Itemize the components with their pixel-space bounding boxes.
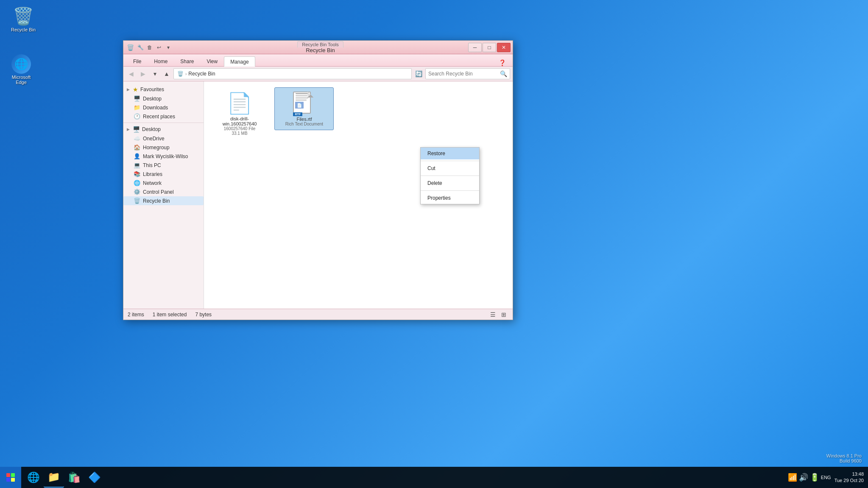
window-controls: ─ □ ✕	[468, 43, 511, 52]
taskbar-store[interactable]: 🛍️	[64, 467, 84, 488]
back-button[interactable]: ◀	[126, 69, 136, 79]
downloads-nav-icon: 📁	[134, 104, 140, 111]
disk-drill-details: 1600257640 File	[224, 126, 256, 131]
qat-properties-btn[interactable]: 🔧	[136, 43, 145, 52]
downloads-nav-label: Downloads	[143, 105, 168, 111]
qat-empty-btn[interactable]: 🗑	[145, 43, 154, 52]
favourites-star-icon: ★	[133, 86, 138, 93]
file-item-disk-drill[interactable]: 📄 disk-drill-win.1600257640 1600257640 F…	[210, 87, 269, 139]
desktop: 🗑️ Recycle Bin 🌐 Microsoft Edge 🗑️ 🔧 🗑 ↩…	[0, 0, 868, 488]
window-title: Recycle Bin	[306, 47, 335, 53]
taskbar: 🌐 📁 🛍️ 🔷 📶 🔊 🔋 ENG 13:48 Tue 29 Oct	[0, 467, 868, 488]
close-button[interactable]: ✕	[497, 43, 511, 52]
edge-desktop-label: Microsoft Edge	[6, 75, 36, 85]
search-input[interactable]	[428, 71, 500, 77]
desktop-icon-edge[interactable]: 🌐 Microsoft Edge	[6, 54, 36, 85]
file-item-files-rtf[interactable]: 📄 RTF Files.rtf Rich Text Document	[274, 87, 334, 130]
nav-item-onedrive[interactable]: ☁️ OneDrive	[123, 134, 204, 143]
details-view-button[interactable]: ☰	[488, 310, 497, 319]
search-icon[interactable]: 🔍	[500, 70, 507, 77]
nav-item-libraries[interactable]: 📚 Libraries	[123, 170, 204, 178]
disk-drill-icon: 📄	[227, 91, 252, 116]
network-label: Network	[143, 180, 162, 186]
ribbon-tabs: File Home Share View Manage ❓	[123, 54, 513, 66]
qat-dropdown-btn[interactable]: ▾	[164, 43, 173, 52]
nav-item-homegroup[interactable]: 🏠 Homegroup	[123, 143, 204, 152]
desktop-nav-label: Desktop	[143, 96, 162, 102]
explorer-window: 🗑️ 🔧 🗑 ↩ ▾ Recycle Bin Tools Recycle Bin…	[123, 40, 513, 320]
tab-file[interactable]: File	[127, 56, 148, 66]
context-menu-cut[interactable]: Cut	[421, 162, 479, 174]
address-bar: ◀ ▶ ▾ ▲ 🗑️ › Recycle Bin 🔄 🔍	[123, 67, 513, 81]
tab-share[interactable]: Share	[174, 56, 200, 66]
desktop-tree-arrow: ▶	[127, 127, 131, 131]
recycle-bin-desktop-icon: 🗑️	[13, 6, 34, 26]
taskbar-ie[interactable]: 🌐	[23, 467, 44, 488]
address-path-icon: 🗑️	[177, 71, 184, 77]
taskbar-edge[interactable]: 🔷	[84, 467, 105, 488]
desktop-tree-label: Desktop	[142, 126, 161, 132]
desktop-icon-recycle-bin[interactable]: 🗑️ Recycle Bin	[8, 6, 38, 32]
context-menu-properties[interactable]: Properties	[421, 192, 479, 204]
maximize-button[interactable]: □	[483, 43, 496, 52]
tab-home[interactable]: Home	[148, 56, 174, 66]
tab-view[interactable]: View	[200, 56, 224, 66]
onedrive-label: OneDrive	[143, 136, 165, 142]
dropdown-recent-button[interactable]: ▾	[150, 69, 160, 79]
status-items-count: 2 items	[128, 312, 144, 318]
minimize-button[interactable]: ─	[468, 43, 482, 52]
start-button[interactable]	[0, 467, 21, 488]
status-left: 2 items 1 item selected 7 bytes	[128, 312, 488, 318]
large-icons-view-button[interactable]: ⊞	[499, 310, 508, 319]
context-menu-sep-1	[421, 161, 479, 161]
help-button[interactable]: ❓	[495, 59, 509, 66]
taskbar-apps: 🌐 📁 🛍️ 🔷	[21, 467, 784, 488]
taskbar-clock[interactable]: 13:48 Tue 29 Oct 20	[835, 471, 864, 484]
forward-button[interactable]: ▶	[138, 69, 148, 79]
context-menu: Restore Cut Delete Properties	[420, 147, 480, 204]
up-button[interactable]: ▲	[162, 69, 172, 79]
quick-access-toolbar: 🔧 🗑 ↩ ▾	[136, 43, 173, 52]
store-icon: 🛍️	[68, 471, 81, 483]
disk-drill-size: 33.1 MB	[232, 131, 247, 136]
context-menu-restore[interactable]: Restore	[421, 148, 479, 159]
ie-icon: 🌐	[27, 471, 40, 483]
desktop-tree-icon: 🖥️	[133, 126, 140, 133]
nav-item-downloads[interactable]: 📁 Downloads	[123, 103, 204, 112]
tab-manage[interactable]: Manage	[224, 56, 255, 67]
volume-sys-icon: 🔊	[799, 473, 808, 482]
refresh-button[interactable]: 🔄	[413, 69, 424, 79]
qat-restore-btn[interactable]: ↩	[155, 43, 163, 52]
title-bar-left: 🗑️ 🔧 🗑 ↩ ▾	[126, 43, 173, 52]
nav-item-network[interactable]: 🌐 Network	[123, 178, 204, 187]
taskbar-explorer[interactable]: 📁	[44, 467, 64, 488]
nav-item-control-panel[interactable]: ⚙️ Control Panel	[123, 187, 204, 196]
taskbar-sys-icons: 📶 🔊 🔋 ENG	[788, 473, 831, 482]
nav-item-user[interactable]: 👤 Mark Wycislik-Wilso	[123, 152, 204, 161]
files-rtf-name: Files.rtf	[296, 117, 312, 122]
user-icon: 👤	[134, 153, 140, 159]
status-selected: 1 item selected	[153, 312, 187, 318]
context-menu-delete[interactable]: Delete	[421, 177, 479, 189]
disk-drill-name: disk-drill-win.1600257640	[213, 116, 266, 126]
content-area: 📄 disk-drill-win.1600257640 1600257640 F…	[204, 81, 513, 309]
nav-item-this-pc[interactable]: 💻 This PC	[123, 161, 204, 170]
homegroup-icon: 🏠	[134, 144, 140, 151]
lang-indicator: ENG	[821, 475, 831, 480]
desktop-tree-section[interactable]: ▶ 🖥️ Desktop	[123, 125, 204, 134]
network-icon: 🌐	[134, 180, 140, 186]
onedrive-icon: ☁️	[134, 135, 140, 142]
address-path[interactable]: 🗑️ › Recycle Bin	[173, 68, 412, 79]
desktop-nav-icon: 🖥️	[134, 95, 140, 102]
favourites-label: Favourites	[140, 86, 164, 92]
battery-sys-icon: 🔋	[810, 473, 819, 482]
nav-item-recycle-bin[interactable]: 🗑️ Recycle Bin	[123, 196, 204, 205]
clock-time: 13:48	[835, 471, 864, 477]
nav-item-recent-places[interactable]: 🕐 Recent places	[123, 112, 204, 121]
favourites-section[interactable]: ▶ ★ Favourites	[123, 85, 204, 94]
libraries-label: Libraries	[143, 171, 162, 177]
address-arrow: ›	[185, 72, 187, 76]
context-menu-sep-3	[421, 190, 479, 191]
nav-item-desktop[interactable]: 🖥️ Desktop	[123, 94, 204, 103]
clock-date: Tue 29 Oct 20	[835, 477, 864, 484]
